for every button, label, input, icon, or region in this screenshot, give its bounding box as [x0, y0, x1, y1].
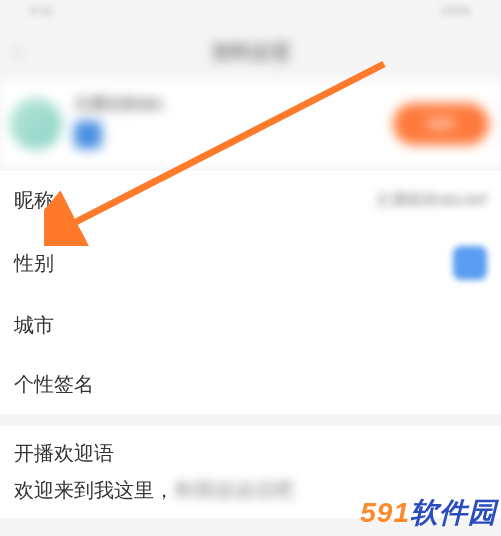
watermark-text: 软件园: [410, 497, 497, 528]
city-row[interactable]: 城市: [14, 296, 487, 355]
profile-badge-icon: [74, 121, 102, 149]
signature-label: 个性签名: [14, 371, 94, 398]
status-bar: 9:41 100%: [0, 0, 501, 24]
profile-section: 主播名称abc 编辑: [0, 80, 501, 167]
status-time: 9:41: [30, 4, 53, 20]
form-section: 昵称 主播昵称abcdef 性别 城市 个性签名: [0, 171, 501, 414]
watermark: 591软件园: [360, 494, 497, 532]
gender-icon: [453, 246, 487, 280]
gender-row[interactable]: 性别: [14, 230, 487, 296]
watermark-num: 591: [360, 497, 410, 528]
nickname-row[interactable]: 昵称 主播昵称abcdef: [14, 171, 487, 230]
profile-name: 主播名称abc: [74, 94, 393, 115]
nickname-value: 主播昵称abcdef: [375, 190, 487, 211]
greeting-text: 欢迎来到我这里，: [14, 479, 174, 501]
profile-info: 主播名称abc: [74, 94, 393, 153]
signature-row[interactable]: 个性签名: [14, 355, 487, 414]
page-title: 资料设置: [211, 39, 291, 66]
edit-button[interactable]: 编辑: [393, 103, 489, 145]
page-header: ‹ 资料设置: [0, 24, 501, 80]
greeting-suffix: 和我说说话吧: [174, 479, 294, 501]
nickname-label: 昵称: [14, 187, 54, 214]
greeting-title: 开播欢迎语: [14, 428, 487, 477]
gender-label: 性别: [14, 250, 54, 277]
avatar[interactable]: [10, 98, 62, 150]
back-icon[interactable]: ‹: [14, 39, 21, 65]
status-battery: 100%: [440, 4, 471, 20]
city-label: 城市: [14, 312, 54, 339]
